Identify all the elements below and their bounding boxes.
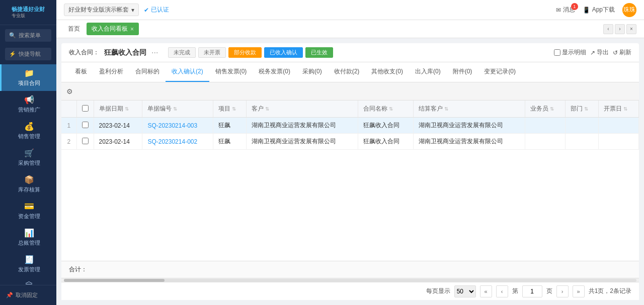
status-btn-2[interactable]: 部分收款 <box>228 47 262 58</box>
app-download-button[interactable]: 📱 App下载 <box>583 6 615 14</box>
order-link-0[interactable]: SQ-20230214-003 <box>147 122 197 129</box>
detail-tab-10[interactable]: 附件(0) <box>447 62 478 82</box>
sidebar-item-6[interactable]: 📊总账管理 <box>0 224 56 251</box>
detail-tabs: 看板盈利分析合同标的收入确认(2)销售发票(0)税务发票(0)采购(0)收付款(… <box>61 62 639 82</box>
select-all-checkbox[interactable] <box>82 105 89 112</box>
order-link-1[interactable]: SQ-20230214-002 <box>147 138 197 145</box>
row-checkbox-0[interactable] <box>76 118 94 134</box>
quick-nav-button[interactable]: ⚡ 快捷导航 <box>5 48 51 60</box>
col-contract-name[interactable]: 合同名称⇅ <box>358 100 413 118</box>
sidebar-item-4[interactable]: 📦库存核算 <box>0 171 56 197</box>
quick-nav-area: ⚡ 快捷导航 <box>0 46 56 64</box>
row-check-input-1[interactable] <box>82 138 89 144</box>
detail-tab-4[interactable]: 销售发票(0) <box>209 62 253 82</box>
search-menu-button[interactable]: 🔍 搜索菜单 <box>5 29 51 42</box>
home-tab[interactable]: 首页 <box>64 23 84 35</box>
detail-tab-5[interactable]: 税务发票(0) <box>253 62 296 82</box>
detail-tab-9[interactable]: 出入库(0) <box>409 62 447 82</box>
scroll-thumb[interactable] <box>64 279 165 282</box>
detail-tab-7[interactable]: 收付款(2) <box>328 62 366 82</box>
sidebar-item-5[interactable]: 💳资金管理 <box>0 197 56 224</box>
detail-tab-3[interactable]: 收入确认(2) <box>166 62 209 82</box>
refresh-button[interactable]: ↺ 刷新 <box>613 48 631 57</box>
status-btn-3[interactable]: 已收入确认 <box>264 47 303 58</box>
detail-tab-1[interactable]: 盈利分析 <box>93 62 129 82</box>
company-selector[interactable]: 好业财专业版演示帐套 ▾ <box>64 4 139 16</box>
sidebar-item-label-1: 营销推广 <box>18 106 40 114</box>
detail-tab-8[interactable]: 其他收支(0) <box>365 62 409 82</box>
col-salesperson[interactable]: 业务员⇅ <box>525 100 566 118</box>
per-page-label: 每页显示 <box>426 287 450 295</box>
table-wrapper[interactable]: 单据日期⇅ 单据编号⇅ 项目⇅ 客户⇅ 合同名称⇅ 结算客户⇅ 业务员⇅ 部门⇅… <box>61 100 639 261</box>
total-row: 合计： <box>61 261 639 278</box>
horizontal-scrollbar[interactable] <box>61 278 639 282</box>
page-input[interactable] <box>522 285 542 297</box>
table-row: 2 2023-02-14 SQ-20230214-002 狂飙 湖南卫视商业运营… <box>61 134 639 150</box>
last-page-button[interactable]: » <box>573 285 585 297</box>
unpin-label: 取消固定 <box>16 291 38 299</box>
settings-icon[interactable]: ⚙ <box>66 87 73 95</box>
tab-nav-next[interactable]: › <box>615 24 625 34</box>
prev-page-button[interactable]: ‹ <box>496 285 508 297</box>
col-customer[interactable]: 客户⇅ <box>247 100 358 118</box>
detail-tab-0[interactable]: 看板 <box>69 62 93 82</box>
table-area: ⚙ 单据日期⇅ 单据编号⇅ 项目⇅ 客户⇅ 合同名称⇅ 结算客户⇅ <box>61 82 639 300</box>
sidebar-item-8[interactable]: 🏛税务管理 <box>0 277 56 285</box>
col-order-no-label: 单据编号 <box>147 105 172 112</box>
per-page-select[interactable]: 50 100 200 <box>454 285 476 297</box>
unpin-button[interactable]: 📌 取消固定 <box>4 289 52 301</box>
col-settle-customer[interactable]: 结算客户⇅ <box>413 100 525 118</box>
sidebar-item-icon-8: 🏛 <box>25 281 33 285</box>
active-tab[interactable]: 收入合同看板 × <box>87 23 139 35</box>
sidebar-item-3[interactable]: 🛒采购管理 <box>0 144 56 171</box>
sort-salesperson-icon: ⇅ <box>550 106 554 112</box>
next-page-button[interactable]: › <box>556 285 569 297</box>
status-btn-4[interactable]: 已生效 <box>305 47 333 58</box>
tab-close-button[interactable]: × <box>130 26 134 33</box>
status-btn-0[interactable]: 未完成 <box>168 47 196 58</box>
col-invoice-date[interactable]: 开票日⇅ <box>598 100 638 118</box>
detail-tab-6[interactable]: 采购(0) <box>296 62 328 82</box>
message-button[interactable]: ✉ 1 消息 <box>556 6 575 14</box>
sidebar-item-icon-5: 💳 <box>24 201 34 211</box>
export-button[interactable]: ↗ 导出 <box>590 48 609 57</box>
col-contract-name-label: 合同名称 <box>363 105 387 112</box>
contract-header: 收入合同： 狂飙收入合同 ··· 未完成未开票部分收款已收入确认已生效 显示明细… <box>61 43 639 62</box>
quick-nav-label: 快捷导航 <box>19 50 41 58</box>
tab-nav-prev[interactable]: ‹ <box>603 24 613 34</box>
row-department-1 <box>566 134 599 150</box>
row-checkbox-1[interactable] <box>76 134 94 150</box>
col-project[interactable]: 项目⇅ <box>213 100 247 118</box>
first-page-button[interactable]: « <box>480 285 492 297</box>
checkbox-header[interactable] <box>76 100 94 118</box>
sidebar-item-1[interactable]: 📢营销推广 <box>0 91 56 118</box>
chevron-down-icon: ▾ <box>131 7 134 14</box>
detail-tab-11[interactable]: 变更记录(0) <box>478 62 522 82</box>
row-check-input-0[interactable] <box>82 122 89 128</box>
show-details-label: 显示明细 <box>562 48 586 57</box>
col-customer-label: 客户 <box>252 105 264 112</box>
col-project-label: 项目 <box>218 105 230 112</box>
more-options-button[interactable]: ··· <box>151 48 158 57</box>
tab-nav-close[interactable]: × <box>626 24 636 34</box>
refresh-icon: ↺ <box>613 49 618 56</box>
search-menu-label: 搜索菜单 <box>19 32 41 39</box>
col-department[interactable]: 部门⇅ <box>566 100 599 118</box>
message-icon: ✉ <box>556 7 561 14</box>
status-btn-1[interactable]: 未开票 <box>198 47 226 58</box>
col-department-label: 部门 <box>571 105 583 112</box>
col-date[interactable]: 单据日期⇅ <box>94 100 142 118</box>
sidebar-item-7[interactable]: 🧾发票管理 <box>0 251 56 277</box>
topbar-right: ✉ 1 消息 📱 App下载 珠珠 <box>556 3 636 17</box>
show-details-checkbox[interactable]: 显示明细 <box>554 48 586 57</box>
sidebar-item-0[interactable]: 📁项目合同 <box>0 64 56 91</box>
sidebar-item-icon-0: 📁 <box>24 68 34 78</box>
user-avatar[interactable]: 珠珠 <box>622 3 636 17</box>
row-contractname-1: 狂飙收入合同 <box>358 134 413 150</box>
topbar-left: 好业财专业版演示帐套 ▾ ✔ 已认证 <box>64 4 169 16</box>
show-details-input[interactable] <box>554 49 560 56</box>
sidebar-item-2[interactable]: 💰销售管理 <box>0 118 56 144</box>
col-order-no[interactable]: 单据编号⇅ <box>142 100 213 118</box>
detail-tab-2[interactable]: 合同标的 <box>129 62 166 82</box>
col-salesperson-label: 业务员 <box>530 105 548 112</box>
